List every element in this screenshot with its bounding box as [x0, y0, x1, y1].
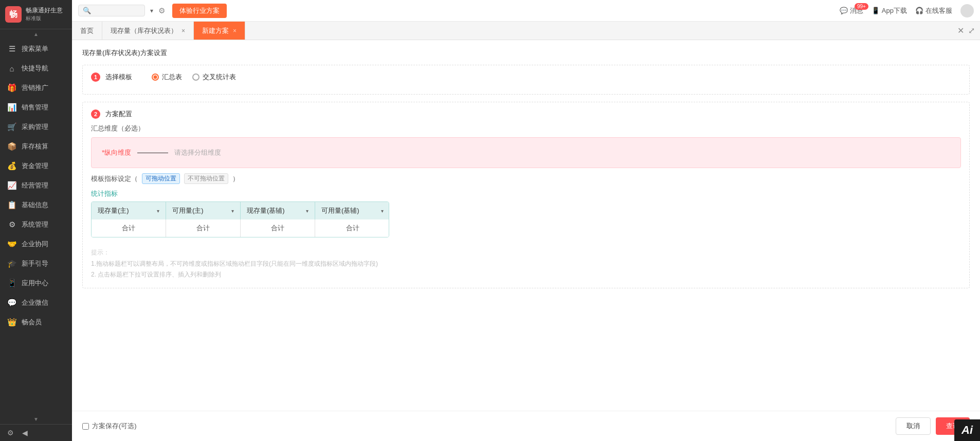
sidebar: 畅 畅康通好生意 标准版 ▲ ☰搜索菜单⌂快捷导航🎁营销推广📊销售管理🛒采购管理…: [0, 0, 72, 441]
topbar-right: 💬 消息 99+ 📱 App下载 🎧 在线客服: [840, 4, 974, 17]
sidebar-label-10: 企业协同: [22, 240, 48, 249]
sidebar-label-2: 营销推广: [22, 83, 48, 93]
sidebar-scroll-top[interactable]: ▲: [0, 29, 72, 39]
stats-header-col-3[interactable]: 可用量(基辅)▾: [315, 202, 389, 219]
dimension-label: 汇总维度（必选）: [91, 124, 961, 133]
save-checkbox[interactable]: [82, 423, 89, 430]
message-btn[interactable]: 💬 消息 99+: [840, 6, 863, 15]
stats-cell-2: 合计: [241, 219, 315, 237]
col-dropdown-icon[interactable]: ▾: [306, 208, 308, 214]
dimension-row: *纵向维度 请选择分组维度: [102, 148, 950, 157]
col-dropdown-icon[interactable]: ▾: [381, 208, 384, 214]
save-label: 方案保存(可选): [92, 421, 137, 431]
stats-header-col-0[interactable]: 现存量(主)▾: [92, 202, 166, 219]
sidebar-item-10[interactable]: 🤝企业协同: [0, 234, 72, 254]
close-panel-icon[interactable]: ✕: [957, 26, 964, 35]
sidebar-item-4[interactable]: 🛒采购管理: [0, 117, 72, 137]
step2-title: 方案配置: [105, 109, 132, 119]
stats-header-col-2[interactable]: 现存量(基辅)▾: [241, 202, 315, 219]
dimension-placeholder: 请选择分组维度: [174, 148, 221, 157]
topbar-dropdown[interactable]: ▾: [150, 7, 153, 14]
chevron-down-icon: ▾: [150, 7, 153, 14]
stats-header-col-1[interactable]: 可用量(主)▾: [166, 202, 241, 219]
radio-option-crosstab[interactable]: 交叉统计表: [192, 72, 236, 82]
stats-table: 现存量(主)▾可用量(主)▾现存量(基辅)▾可用量(基辅)▾ 合计合计合计合计: [91, 201, 389, 237]
sidebar-item-8[interactable]: 📋基础信息: [0, 195, 72, 215]
sidebar-logo: 畅 畅康通好生意 标准版: [0, 0, 72, 29]
tip-item-0: 1.拖动标题栏可以调整布局，不可跨维度或指标区域拖动栏目字段(只能在同一维度或指…: [91, 259, 961, 270]
content-area: 现存量(库存状况表)方案设置 1 选择模板 汇总表 交叉统计表: [72, 40, 980, 411]
cancel-button[interactable]: 取消: [896, 417, 931, 435]
topbar-gear-icon[interactable]: ⚙: [158, 6, 165, 15]
sidebar-icon-8: 📋: [7, 200, 16, 210]
tab-new-plan-close[interactable]: ×: [233, 27, 237, 34]
sidebar-item-2[interactable]: 🎁营销推广: [0, 78, 72, 98]
search-box: 🔍: [78, 5, 145, 16]
tabs-action: ✕ ⤢: [952, 26, 980, 35]
radio-crosstab[interactable]: [192, 74, 199, 81]
user-avatar[interactable]: [960, 4, 974, 17]
radio-summary[interactable]: [152, 74, 159, 81]
sidebar-item-9[interactable]: ⚙系统管理: [0, 215, 72, 234]
search-input[interactable]: [93, 7, 139, 14]
sidebar-label-5: 库存核算: [22, 142, 48, 151]
sidebar-item-11[interactable]: 🎓新手引导: [0, 254, 72, 273]
sidebar-icon-13: 💬: [7, 298, 16, 307]
scroll-up-icon[interactable]: ▲: [33, 31, 39, 37]
sidebar-label-3: 销售管理: [22, 103, 48, 112]
sidebar-item-1[interactable]: ⌂快捷导航: [0, 59, 72, 78]
main-wrapper: 🔍 ▾ ⚙ 体验行业方案 💬 消息 99+ 📱 App下载 🎧 在线客服: [72, 0, 980, 441]
sidebar-item-7[interactable]: 📈经营管理: [0, 176, 72, 195]
sidebar-item-12[interactable]: 📱应用中心: [0, 273, 72, 293]
tab-inventory-close[interactable]: ×: [182, 27, 185, 34]
sidebar-label-9: 系统管理: [22, 220, 48, 229]
dimension-line: [137, 153, 168, 153]
sidebar-icon-3: 📊: [7, 103, 16, 112]
sidebar-icon-0: ☰: [7, 44, 16, 53]
sidebar-item-13[interactable]: 💬企业微信: [0, 293, 72, 313]
tab-home[interactable]: 首页: [72, 22, 102, 40]
app-download-btn[interactable]: 📱 App下载: [872, 6, 907, 15]
message-icon: 💬: [840, 7, 848, 14]
dimension-select-area[interactable]: *纵向维度 请选择分组维度: [91, 137, 961, 168]
sidebar-item-5[interactable]: 📦库存核算: [0, 137, 72, 156]
sidebar-label-12: 应用中心: [22, 279, 48, 288]
unmovable-badge: 不可拖动位置: [184, 173, 228, 184]
online-service-btn[interactable]: 🎧 在线客服: [915, 6, 952, 15]
sidebar-icon-10: 🤝: [7, 240, 16, 249]
sidebar-icon-14: 👑: [7, 318, 16, 327]
sidebar-item-3[interactable]: 📊销售管理: [0, 98, 72, 117]
sidebar-label-11: 新手引导: [22, 259, 48, 268]
col-dropdown-icon[interactable]: ▾: [157, 208, 159, 214]
headset-icon: 🎧: [915, 7, 923, 14]
scroll-down-icon[interactable]: ▼: [33, 416, 39, 422]
collapse-icon[interactable]: ◀: [22, 429, 28, 437]
sidebar-icon-9: ⚙: [7, 220, 16, 229]
stats-section-label: 统计指标: [91, 189, 961, 198]
sidebar-item-14[interactable]: 👑畅会员: [0, 313, 72, 332]
step1-num: 1: [91, 72, 100, 82]
topbar: 🔍 ▾ ⚙ 体验行业方案 💬 消息 99+ 📱 App下载 🎧 在线客服: [72, 0, 980, 22]
stats-cell-3: 合计: [315, 219, 389, 237]
tab-inventory-status[interactable]: 现存量（库存状况表） ×: [102, 22, 194, 40]
sidebar-icon-11: 🎓: [7, 259, 16, 268]
tab-new-plan[interactable]: 新建方案 ×: [194, 22, 245, 40]
sidebar-item-6[interactable]: 💰资金管理: [0, 156, 72, 176]
tabs-bar: 首页 现存量（库存状况表） × 新建方案 × ✕ ⤢: [72, 22, 980, 40]
sidebar-label-13: 企业微信: [22, 298, 48, 307]
stats-cell-1: 合计: [166, 219, 241, 237]
sidebar-item-0[interactable]: ☰搜索菜单: [0, 39, 72, 59]
sidebar-icon-1: ⌂: [7, 64, 16, 73]
dimension-required: *纵向维度: [102, 148, 131, 157]
stats-table-body: 合计合计合计合计: [92, 219, 389, 237]
sidebar-icon-2: 🎁: [7, 83, 16, 93]
sidebar-scroll-bottom[interactable]: ▼: [0, 414, 72, 424]
stats-cell-0: 合计: [92, 219, 166, 237]
col-dropdown-icon[interactable]: ▾: [231, 208, 234, 214]
trial-button[interactable]: 体验行业方案: [172, 4, 227, 18]
sidebar-label-14: 畅会员: [22, 318, 42, 327]
save-option[interactable]: 方案保存(可选): [82, 421, 137, 431]
expand-icon[interactable]: ⤢: [968, 26, 975, 35]
radio-option-summary[interactable]: 汇总表: [152, 72, 182, 82]
settings-icon[interactable]: ⚙: [7, 429, 14, 437]
